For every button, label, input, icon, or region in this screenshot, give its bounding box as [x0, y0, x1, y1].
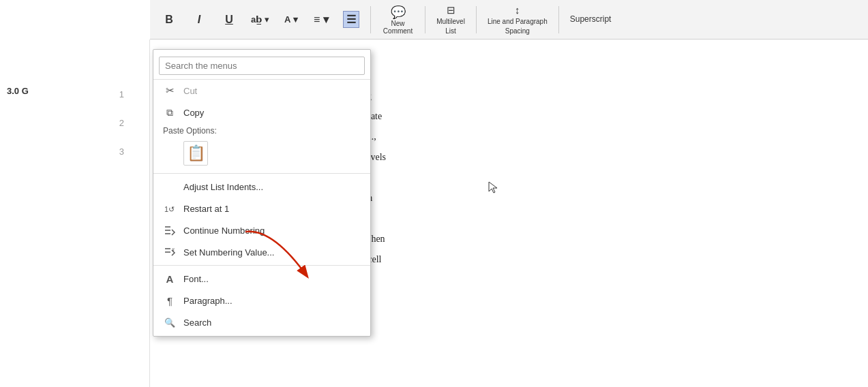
- bold-button[interactable]: B: [155, 10, 183, 29]
- paste-icon-button[interactable]: 📋: [183, 141, 208, 166]
- search-icon: 🔍: [163, 318, 177, 328]
- set-value-icon: #: [163, 246, 177, 258]
- underline-icon: U: [225, 13, 233, 26]
- line-number-3: 3: [109, 143, 130, 161]
- paragraph-icon: ¶: [163, 295, 177, 307]
- italic-button[interactable]: I: [185, 10, 213, 29]
- menu-item-restart[interactable]: 1↺ Restart at 1: [153, 198, 370, 219]
- restart-label: Restart at 1: [183, 204, 361, 214]
- left-margin: 3.0 G 1 2 3: [0, 40, 150, 387]
- linepara-icon: ↕: [515, 3, 520, 17]
- toolbar: B I U ab̲ ▾ A ▾ ≡ ▾ ☰ 💬 New Comment ⊟ Mu…: [150, 0, 868, 40]
- menu-item-cut[interactable]: ✂ Cut: [153, 80, 370, 102]
- menu-item-search[interactable]: 🔍 Search: [153, 311, 370, 333]
- font-color-button[interactable]: A ▾: [278, 12, 305, 28]
- numbering-icon: ☰: [343, 11, 359, 28]
- bullets-icon: ≡ ▾: [314, 13, 329, 26]
- new-comment-label: New Comment: [383, 20, 413, 35]
- line-number-1: 1: [109, 86, 130, 104]
- highlight-icon: ab̲ ▾: [251, 14, 269, 25]
- superscript-label: Superscript: [570, 14, 612, 25]
- menu-separator-2: [153, 265, 370, 266]
- adjust-list-label: Adjust List Indents...: [183, 182, 361, 192]
- toolbar-separator-1: [370, 6, 371, 33]
- paragraph-label: Paragraph...: [183, 296, 361, 306]
- menu-item-font[interactable]: A Font...: [153, 268, 370, 290]
- comment-icon: 💬: [391, 5, 406, 20]
- italic-icon: I: [198, 13, 200, 26]
- multilevel-list-button[interactable]: ⊟ MultilevelList: [431, 0, 470, 39]
- continue-numbering-label: Continue Numbering: [183, 226, 361, 236]
- line-number-2: 2: [109, 114, 130, 132]
- paste-options-header: Paste Options:: [153, 123, 370, 138]
- paste-clipboard-icon: 📋: [187, 144, 205, 162]
- context-menu: ✂ Cut ⧉ Copy Paste Options: 📋 Adjust Lis…: [153, 49, 371, 337]
- continue-numbering-icon: [163, 224, 177, 236]
- search-box-container: [153, 52, 370, 80]
- menu-separator-1: [153, 173, 370, 174]
- paste-options-label: Paste Options:: [163, 126, 217, 136]
- superscript-button[interactable]: Superscript: [565, 11, 617, 28]
- page-label: 3.0 G: [7, 86, 29, 96]
- set-value-label: Set Numbering Value...: [183, 247, 361, 258]
- menu-item-copy[interactable]: ⧉ Copy: [153, 102, 370, 123]
- highlight-button[interactable]: ab̲ ▾: [245, 12, 275, 28]
- svg-text:1↺: 1↺: [164, 205, 175, 213]
- bold-icon: B: [165, 13, 173, 26]
- cut-label: Cut: [183, 86, 361, 96]
- menu-item-set-value[interactable]: # Set Numbering Value...: [153, 241, 370, 263]
- line-paragraph-spacing-button[interactable]: ↕ Line and ParagraphSpacing: [482, 0, 553, 39]
- menu-item-adjust-list[interactable]: Adjust List Indents...: [153, 176, 370, 198]
- multilevel-label: MultilevelList: [436, 17, 465, 36]
- restart-icon: 1↺: [163, 202, 177, 215]
- bullets-button[interactable]: ≡ ▾: [308, 10, 335, 29]
- multilevel-icon: ⊟: [447, 3, 455, 17]
- toolbar-separator-3: [476, 6, 477, 33]
- menu-item-paragraph[interactable]: ¶ Paragraph...: [153, 290, 370, 311]
- font-label: Font...: [183, 274, 361, 284]
- svg-text:#: #: [172, 247, 175, 252]
- font-color-icon: A ▾: [284, 14, 298, 25]
- cut-icon: ✂: [163, 84, 177, 97]
- search-label: Search: [183, 318, 361, 328]
- copy-icon: ⧉: [163, 107, 177, 119]
- menu-item-continue-numbering[interactable]: Continue Numbering: [153, 219, 370, 241]
- numbering-button[interactable]: ☰: [338, 8, 365, 31]
- underline-button[interactable]: U: [215, 10, 243, 29]
- search-menus-input[interactable]: [159, 57, 365, 75]
- linepara-label: Line and ParagraphSpacing: [488, 17, 548, 36]
- toolbar-separator-4: [558, 6, 559, 33]
- toolbar-separator-2: [425, 6, 425, 33]
- paste-icons-row: 📋: [153, 138, 370, 171]
- new-comment-button[interactable]: 💬 New Comment: [376, 2, 419, 37]
- copy-label: Copy: [183, 108, 361, 118]
- font-icon: A: [163, 273, 177, 285]
